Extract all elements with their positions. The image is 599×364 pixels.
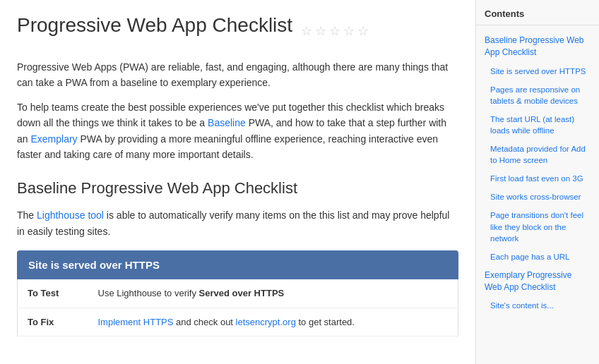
toc-item-crossbrowser[interactable]: Site works cross-browser bbox=[476, 188, 599, 206]
toc-item-transitions[interactable]: Page transitions don't feel like they bl… bbox=[476, 206, 599, 247]
implement-https-link[interactable]: Implement HTTPS bbox=[98, 317, 174, 327]
served-over-https-highlight: Served over HTTPS bbox=[199, 288, 285, 298]
intro-paragraph-2: To help teams create the best possible e… bbox=[17, 99, 458, 163]
star-rating[interactable]: ☆ ☆ ☆ ☆ ☆ bbox=[301, 23, 369, 39]
toc-item-firstload[interactable]: First load fast even on 3G bbox=[476, 169, 599, 188]
star-1[interactable]: ☆ bbox=[301, 23, 312, 39]
to-fix-content: Implement HTTPS and check out letsencryp… bbox=[88, 308, 458, 336]
to-test-content: Use Lighthouse to verify Served over HTT… bbox=[88, 279, 458, 308]
page-title: Progressive Web App Checklist bbox=[17, 14, 292, 37]
main-content: Progressive Web App Checklist ☆ ☆ ☆ ☆ ☆ … bbox=[0, 0, 475, 364]
https-table: To Test Use Lighthouse to verify Served … bbox=[17, 279, 458, 336]
sidebar-toc: Contents Baseline Progressive Web App Ch… bbox=[475, 0, 599, 364]
baseline-section-heading: Baseline Progressive Web App Checklist bbox=[17, 179, 458, 198]
letsencrypt-link[interactable]: letsencrypt.org bbox=[236, 317, 296, 327]
toc-item-metadata[interactable]: Metadata provided for Add to Home screen bbox=[476, 140, 599, 169]
table-row: To Fix Implement HTTPS and check out let… bbox=[18, 308, 458, 336]
star-2[interactable]: ☆ bbox=[315, 23, 326, 39]
exemplary-link[interactable]: Exemplary bbox=[30, 133, 77, 145]
toc-item-exemplary[interactable]: Exemplary Progressive Web App Checklist bbox=[476, 266, 599, 297]
to-fix-label: To Fix bbox=[18, 308, 88, 336]
baseline-link[interactable]: Baseline bbox=[208, 117, 246, 128]
star-3[interactable]: ☆ bbox=[329, 23, 340, 39]
https-section-header: Site is served over HTTPS bbox=[17, 250, 458, 279]
table-row: To Test Use Lighthouse to verify Served … bbox=[18, 279, 458, 308]
toc-item-offline[interactable]: The start URL (at least) loads while off… bbox=[476, 110, 599, 140]
intro-paragraph-1: Progressive Web Apps (PWA) are reliable,… bbox=[17, 59, 458, 91]
lighthouse-description: The Lighthouse tool is able to automatic… bbox=[17, 207, 458, 239]
toc-item-site-content[interactable]: Site's content is... bbox=[476, 296, 599, 315]
toc-item-responsive[interactable]: Pages are responsive on tablets & mobile… bbox=[476, 80, 599, 110]
star-4[interactable]: ☆ bbox=[343, 23, 355, 39]
star-5[interactable]: ☆ bbox=[357, 23, 369, 39]
lighthouse-tool-link[interactable]: Lighthouse tool bbox=[37, 210, 104, 221]
toc-item-page-url[interactable]: Each page has a URL bbox=[476, 248, 599, 266]
toc-item-baseline[interactable]: Baseline Progressive Web App Checklist bbox=[476, 31, 599, 62]
toc-title: Contents bbox=[476, 8, 599, 25]
title-row: Progressive Web App Checklist ☆ ☆ ☆ ☆ ☆ bbox=[17, 14, 458, 48]
toc-item-https[interactable]: Site is served over HTTPS bbox=[476, 62, 599, 80]
to-test-label: To Test bbox=[18, 279, 88, 308]
